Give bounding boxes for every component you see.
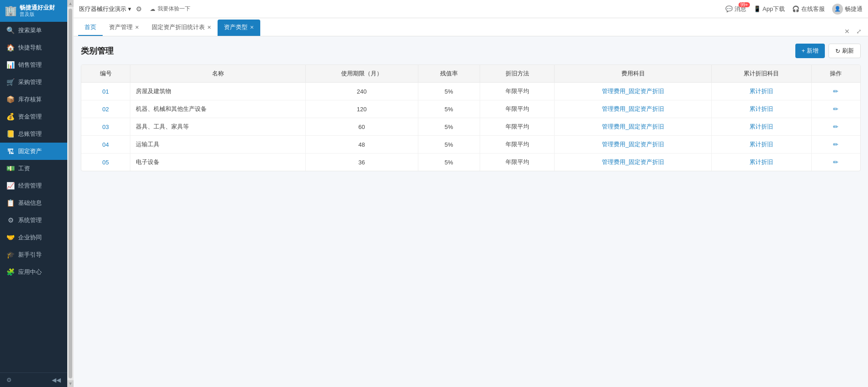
new-button[interactable]: + 新增 [795,44,825,58]
cell-method-1: 年限平均 [480,100,554,118]
cell-id-4[interactable]: 05 [81,154,130,171]
tab-close-depreciation[interactable]: ✕ [207,25,211,30]
table-row: 04运输工具485%年限平均管理费用_固定资产折旧累计折旧✏ [81,136,860,154]
settings-icon[interactable]: ⚙ [6,377,12,383]
cell-id-0[interactable]: 01 [81,83,130,100]
user-menu[interactable]: 👤 畅捷通 [832,4,863,15]
tab-asset-type[interactable]: 资产类型 ✕ [218,20,260,36]
sidebar-item-operations[interactable]: 📈经营管理 [0,177,67,194]
sidebar-item-newbie[interactable]: 🎓新手引导 [0,246,67,263]
sidebar-label-system: 系统管理 [18,216,42,224]
sidebar-item-inventory[interactable]: 📦库存核算 [0,91,67,108]
cell-id-2[interactable]: 03 [81,118,130,136]
tab-close-asset-mgmt[interactable]: ✕ [135,25,139,30]
expand-window-button[interactable]: ⤢ [854,27,863,36]
table-row: 03器具、工具、家具等605%年限平均管理费用_固定资产折旧累计折旧✏ [81,118,860,136]
sidebar-item-quicknav[interactable]: 🏠快捷导航 [0,39,67,56]
edit-icon-1[interactable]: ✏ [833,105,838,113]
sidebar-item-sales[interactable]: 📊销售管理 [0,56,67,74]
tip-area[interactable]: ☁ 我要体验一下 [150,5,190,13]
cell-accum-0[interactable]: 累计折旧 [712,83,812,100]
close-window-button[interactable]: ✕ [843,27,852,36]
sidebar-item-enterprise[interactable]: 🤝企业协同 [0,229,67,246]
cell-action-0[interactable]: ✏ [811,83,860,100]
cell-id-3[interactable]: 04 [81,136,130,154]
cell-residual-2: 5% [418,118,480,136]
sidebar-item-capital[interactable]: 💰资金管理 [0,108,67,125]
payroll-icon: 💵 [6,164,15,173]
sidebar-label-sales: 销售管理 [18,61,42,69]
cell-expense-0[interactable]: 管理费用_固定资产折旧 [555,83,712,100]
cell-period-0: 240 [306,83,418,100]
col-header-1: 名称 [130,65,306,83]
sidebar-item-fixed[interactable]: 🏗固定资产 [0,143,67,160]
cell-action-3[interactable]: ✏ [811,136,860,154]
scroll-down-button[interactable]: ▼ [67,380,74,387]
industry-selector[interactable]: 医疗器械行业演示 ▾ [79,5,131,13]
tabbar-actions: ✕ ⤢ [843,27,863,36]
sidebar-item-system[interactable]: ⚙系统管理 [0,212,67,229]
cell-id-1[interactable]: 02 [81,100,130,118]
sidebar-nav: 🔍搜索菜单🏠快捷导航📊销售管理🛒采购管理📦库存核算💰资金管理📒总账管理🏗固定资产… [0,22,67,372]
cell-accum-4[interactable]: 累计折旧 [712,154,812,171]
app-download-label: App下载 [763,5,785,13]
message-badge: 99+ [739,2,750,7]
toggle-icon[interactable]: ◀◀ [52,377,61,383]
newbie-icon: 🎓 [6,251,15,259]
tab-home[interactable]: 首页 [78,20,103,36]
col-header-3: 残值率 [418,65,480,83]
settings-button[interactable]: ⚙ [136,5,142,13]
tab-asset-mgmt[interactable]: 资产管理 ✕ [103,20,145,36]
tab-depreciation[interactable]: 固定资产折旧统计表 ✕ [145,20,218,36]
cell-action-1[interactable]: ✏ [811,100,860,118]
tab-close-asset-type[interactable]: ✕ [250,25,254,30]
col-header-5: 费用科目 [555,65,712,83]
table-body: 01房屋及建筑物2405%年限平均管理费用_固定资产折旧累计折旧✏02机器、机械… [81,83,860,171]
sidebar-item-apps[interactable]: 🧩应用中心 [0,263,67,281]
sidebar: 🏢 畅捷通好业财 普及版 🔍搜索菜单🏠快捷导航📊销售管理🛒采购管理📦库存核算💰资… [0,0,67,387]
page-header: 类别管理 + 新增 ↻ 刷新 [81,44,861,58]
chevron-down-icon: ▾ [128,5,131,12]
edit-icon-0[interactable]: ✏ [833,88,838,95]
cell-accum-3[interactable]: 累计折旧 [712,136,812,154]
cell-method-0: 年限平均 [480,83,554,100]
sales-icon: 📊 [6,61,15,69]
refresh-button[interactable]: ↻ 刷新 [828,44,861,58]
cell-expense-4[interactable]: 管理费用_固定资产折旧 [555,154,712,171]
app-version: 普及版 [20,11,55,18]
sidebar-label-newbie: 新手引导 [18,251,42,259]
tab-label-asset-mgmt: 资产管理 [109,23,133,31]
main-area: 医疗器械行业演示 ▾ ⚙ ☁ 我要体验一下 💬 消息 99+ 📱 App下载 🎧… [74,0,868,387]
cell-name-0: 房屋及建筑物 [130,83,306,100]
scroll-up-button[interactable]: ▲ [67,0,74,7]
edit-icon-3[interactable]: ✏ [833,141,838,148]
app-download-button[interactable]: 📱 App下载 [754,5,785,13]
sidebar-label-ledger: 总账管理 [18,130,42,138]
inventory-icon: 📦 [6,95,15,104]
cell-accum-2[interactable]: 累计折旧 [712,118,812,136]
sidebar-item-payroll[interactable]: 💵工资 [0,160,67,177]
tip-text: 我要体验一下 [158,5,190,13]
cell-action-4[interactable]: ✏ [811,154,860,171]
download-icon: 📱 [754,5,761,12]
cell-expense-3[interactable]: 管理费用_固定资产折旧 [555,136,712,154]
cell-expense-2[interactable]: 管理费用_固定资产折旧 [555,118,712,136]
sidebar-label-purchase: 采购管理 [18,78,42,86]
table-row: 01房屋及建筑物2405%年限平均管理费用_固定资产折旧累计折旧✏ [81,83,860,100]
topbar-right: 💬 消息 99+ 📱 App下载 🎧 在线客服 👤 畅捷通 [725,4,863,15]
cell-accum-1[interactable]: 累计折旧 [712,100,812,118]
sidebar-item-ledger[interactable]: 📒总账管理 [0,125,67,143]
scroll-thumb[interactable] [69,9,72,378]
edit-icon-2[interactable]: ✏ [833,123,838,130]
cell-expense-1[interactable]: 管理费用_固定资产折旧 [555,100,712,118]
sidebar-item-purchase[interactable]: 🛒采购管理 [0,74,67,91]
cell-name-4: 电子设备 [130,154,306,171]
cell-residual-0: 5% [418,83,480,100]
messages-button[interactable]: 💬 消息 99+ [725,5,746,13]
topbar: 医疗器械行业演示 ▾ ⚙ ☁ 我要体验一下 💬 消息 99+ 📱 App下载 🎧… [74,0,868,18]
sidebar-item-search[interactable]: 🔍搜索菜单 [0,22,67,39]
sidebar-item-basic[interactable]: 📋基础信息 [0,194,67,212]
online-service-button[interactable]: 🎧 在线客服 [792,5,825,13]
cell-action-2[interactable]: ✏ [811,118,860,136]
edit-icon-4[interactable]: ✏ [833,159,838,166]
